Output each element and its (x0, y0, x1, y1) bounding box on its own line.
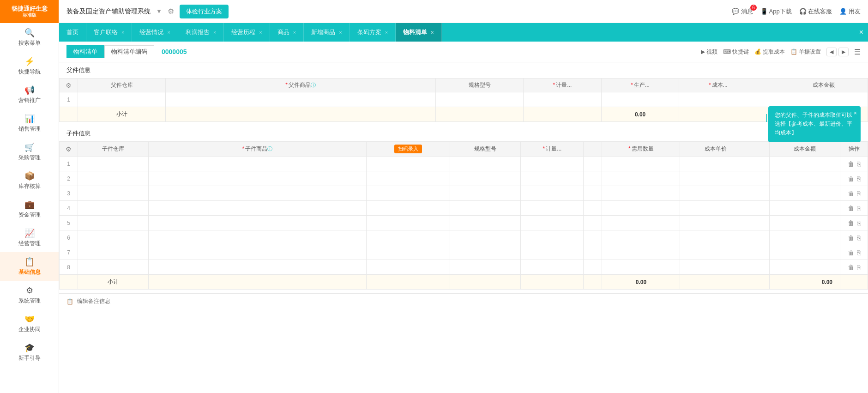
list-view-icon[interactable]: ☰ (854, 48, 861, 56)
child-product-cell[interactable] (149, 260, 366, 275)
child-spec-cell[interactable] (450, 230, 521, 245)
delete-icon[interactable]: 🗑 (848, 249, 854, 256)
settings-icon[interactable]: ⚙ (168, 7, 174, 16)
tab-barcode[interactable]: 条码方案 × (350, 23, 396, 42)
child-unit-cost-cell[interactable] (680, 201, 751, 216)
user-menu[interactable]: 👤 用友 (839, 7, 861, 16)
child-warehouse-cell[interactable] (78, 245, 149, 260)
sidebar-item-enterprise[interactable]: 🤝 企业协同 (0, 309, 59, 338)
child-col-settings[interactable]: ⚙ (60, 142, 78, 157)
child-product-cell[interactable] (149, 171, 366, 186)
shortcut-btn[interactable]: ⌨ 快捷键 (723, 48, 749, 56)
child-spec-cell[interactable] (450, 201, 521, 216)
child-qty-cell[interactable] (602, 260, 680, 275)
delete-icon[interactable]: 🗑 (848, 160, 854, 168)
child-unit-cell[interactable] (521, 230, 584, 245)
child-spec-cell[interactable] (450, 216, 521, 230)
tab-history[interactable]: 经营历程 × (224, 23, 270, 42)
child-qty-cell[interactable] (602, 245, 680, 260)
copy-icon[interactable]: ⎘ (857, 205, 861, 212)
tab-new-goods[interactable]: 新增商品 × (304, 23, 350, 42)
child-product-cell[interactable] (149, 157, 366, 171)
child-warehouse-cell[interactable] (78, 216, 149, 230)
parent-warehouse-cell[interactable] (78, 92, 166, 107)
parent-spec-cell[interactable] (435, 92, 523, 107)
close-icon[interactable]: × (339, 30, 342, 35)
video-btn[interactable]: ▶ 视频 (701, 48, 717, 56)
parent-production-cell[interactable] (601, 92, 679, 107)
child-spec-cell[interactable] (450, 171, 521, 186)
child-qty-cell[interactable] (602, 157, 680, 171)
child-unit-cell[interactable] (521, 186, 584, 201)
child-warehouse-cell[interactable] (78, 186, 149, 201)
child-unit-cell[interactable] (521, 171, 584, 186)
sidebar-item-marketing[interactable]: 📢 营销推广 (0, 80, 59, 109)
copy-icon[interactable]: ⎘ (857, 234, 861, 242)
delete-icon[interactable]: 🗑 (848, 205, 854, 212)
close-icon[interactable]: × (213, 30, 216, 35)
child-qty-cell[interactable] (602, 201, 680, 216)
close-icon[interactable]: × (293, 30, 296, 35)
child-unit-cell[interactable] (521, 216, 584, 230)
child-warehouse-cell[interactable] (78, 157, 149, 171)
child-unit-cell[interactable] (521, 245, 584, 260)
sub-tab-bom-code[interactable]: 物料清单编码 (104, 45, 154, 58)
child-product-cell[interactable] (149, 201, 366, 216)
child-spec-cell[interactable] (450, 260, 521, 275)
sidebar-item-operations[interactable]: 📈 经营管理 (0, 224, 59, 252)
sidebar-item-sales[interactable]: 📊 销售管理 (0, 109, 59, 138)
tab-customer[interactable]: 客户联络 × (86, 23, 132, 42)
child-unit-cost-cell[interactable] (680, 260, 751, 275)
child-spec-cell[interactable] (450, 186, 521, 201)
extract-cost-btn[interactable]: 💰 提取成本 (754, 48, 785, 56)
sidebar-item-system[interactable]: ⚙ 系统管理 (0, 281, 59, 309)
trial-button[interactable]: 体验行业方案 (180, 5, 229, 18)
copy-icon[interactable]: ⎘ (857, 219, 861, 227)
copy-icon[interactable]: ⎘ (857, 175, 861, 182)
dropdown-icon[interactable]: ▼ (156, 8, 162, 15)
child-product-cell[interactable] (149, 186, 366, 201)
tab-goods[interactable]: 商品 × (270, 23, 304, 42)
close-icon[interactable]: × (121, 30, 124, 35)
child-qty-cell[interactable] (602, 216, 680, 230)
copy-icon[interactable]: ⎘ (857, 190, 861, 197)
copy-icon[interactable]: ⎘ (857, 160, 861, 168)
sidebar-item-guide[interactable]: 🎓 新手引导 (0, 338, 59, 367)
close-icon[interactable]: × (385, 30, 388, 35)
online-support-btn[interactable]: 🎧 在线客服 (799, 7, 832, 16)
parent-col-settings[interactable]: ⚙ (60, 79, 78, 92)
child-qty-cell[interactable] (602, 171, 680, 186)
gear-icon[interactable]: ⚙ (66, 82, 72, 89)
child-unit-cost-cell[interactable] (680, 216, 751, 230)
sidebar-item-finance[interactable]: 💼 资金管理 (0, 195, 59, 224)
child-product-cell[interactable] (149, 230, 366, 245)
prev-btn[interactable]: ◀ (826, 48, 837, 56)
tab-profit[interactable]: 利润报告 × (178, 23, 224, 42)
sidebar-item-basic-info[interactable]: 📋 基础信息 (0, 252, 59, 281)
next-btn[interactable]: ▶ (838, 48, 849, 56)
sidebar-item-search[interactable]: 🔍 搜索菜单 (0, 23, 59, 52)
message-btn[interactable]: 💬 消息 6 (732, 7, 753, 16)
child-warehouse-cell[interactable] (78, 201, 149, 216)
nav-close-icon[interactable]: × (855, 28, 868, 36)
parent-unit-cell[interactable] (524, 92, 602, 107)
copy-icon[interactable]: ⎘ (857, 249, 861, 256)
tab-bom[interactable]: 物料清单 × (396, 23, 441, 42)
tooltip-close-btn[interactable]: × (854, 109, 857, 118)
delete-icon[interactable]: 🗑 (848, 190, 854, 197)
child-unit-cell[interactable] (521, 157, 584, 171)
doc-settings-btn[interactable]: 📋 单据设置 (790, 48, 821, 56)
child-warehouse-cell[interactable] (78, 260, 149, 275)
sidebar-item-purchase[interactable]: 🛒 采购管理 (0, 138, 59, 166)
parent-product-cell[interactable] (166, 92, 436, 107)
delete-icon[interactable]: 🗑 (848, 264, 854, 271)
scan-button[interactable]: 扫码录入 (394, 145, 422, 153)
child-product-cell[interactable] (149, 216, 366, 230)
sidebar-item-inventory[interactable]: 📦 库存核算 (0, 166, 59, 195)
tab-home[interactable]: 首页 (59, 23, 86, 42)
close-icon[interactable]: × (167, 30, 170, 35)
child-unit-cost-cell[interactable] (680, 157, 751, 171)
copy-icon[interactable]: ⎘ (857, 264, 861, 271)
gear-icon[interactable]: ⚙ (66, 145, 72, 153)
close-icon[interactable]: × (259, 30, 262, 35)
